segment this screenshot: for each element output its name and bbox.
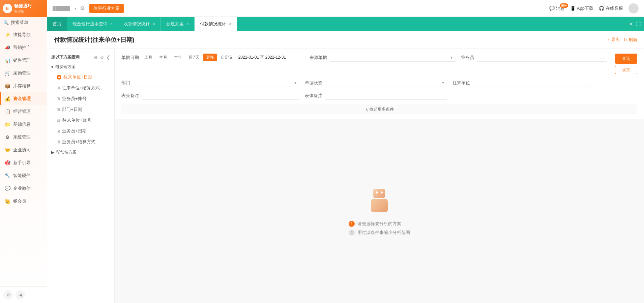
- mobile-group-label: 移动端方案: [56, 149, 77, 155]
- scheme-item-partner-settle[interactable]: ⊞往来单位+结算方式: [47, 83, 114, 93]
- topbar-right: 💬 消息 99+ 📱 App下载 🎧 在线客服: [549, 3, 639, 13]
- filter-note1-item: 表头备注: [121, 92, 299, 100]
- scheme-item-dept-date[interactable]: ⊞部门+日期: [47, 104, 114, 115]
- user-avatar[interactable]: [628, 3, 639, 13]
- date-this-month[interactable]: 本月: [156, 54, 170, 61]
- scheme-label-partner-date: 往来单位+日期: [63, 74, 92, 80]
- salesman-arrow: …: [600, 55, 604, 60]
- source-select[interactable]: ▾: [330, 54, 456, 62]
- partner-label: 往来单位: [452, 80, 470, 86]
- nav-icon-system: ⚙: [4, 134, 10, 140]
- sidebar-nav: ⚡快捷导航📣营销推广📊销售管理🛒采购管理📦库存核算💰资金管理📋经营管理📁基础信息…: [0, 28, 47, 208]
- sidebar-item-weixin[interactable]: 💬企业微信: [0, 182, 47, 195]
- content-split: 按以下方案查询 ⊕ ⚙ ❮ ▾ 电脑端方案 往来单位+日期⊞往来单位+结算方式⊞…: [47, 49, 644, 303]
- sidebar-item-inventory[interactable]: 📦库存核算: [0, 80, 47, 92]
- scheme-item-salesman-account[interactable]: ⊞业务员+账号: [47, 93, 114, 104]
- nav-icon-quick-nav: ⚡: [4, 32, 10, 38]
- sidebar-item-ops[interactable]: 📋经营管理: [0, 105, 47, 118]
- scheme-label-salesman-date: 业务员+日期: [62, 128, 87, 134]
- salesman-select[interactable]: …: [477, 54, 607, 62]
- collapse-more-btn[interactable]: ∧ 收起更多条件: [121, 104, 637, 114]
- scheme-item-salesman-date[interactable]: ⊞业务员+日期: [47, 126, 114, 137]
- nav-icon-marketing: 📣: [4, 44, 10, 51]
- tab-home[interactable]: 首页: [47, 17, 67, 31]
- table-icon: ⊞: [57, 107, 60, 112]
- online-service-btn[interactable]: 🎧 在线客服: [599, 5, 623, 11]
- date-7days[interactable]: 近7天: [186, 54, 202, 61]
- sidebar-header: 6 畅捷通巧 标准版: [0, 0, 47, 17]
- tab-receipts-stat[interactable]: 收款情况统计×: [118, 17, 161, 31]
- pc-scheme-group[interactable]: ▾ 电脑端方案: [47, 62, 114, 72]
- refresh-btn[interactable]: ↻ 刷新: [623, 37, 637, 43]
- mobile-scheme-group[interactable]: ▶ 移动端方案: [47, 147, 114, 157]
- note2-input[interactable]: [325, 92, 447, 100]
- table-icon: ⊞: [57, 140, 60, 144]
- collapse-sidebar-btn[interactable]: ◀: [16, 290, 25, 300]
- dept-select[interactable]: ▾: [133, 79, 299, 87]
- nav-label-capital: 资金管理: [13, 96, 31, 102]
- date-more[interactable]: 更多: [203, 54, 217, 61]
- scheme-settings-btn[interactable]: ⚙: [100, 55, 104, 60]
- hint-num-1: 1: [349, 221, 355, 227]
- nav-label-ops: 经营管理: [13, 109, 31, 115]
- sidebar-item-marketing[interactable]: 📣营销推广: [0, 41, 47, 54]
- nav-label-system: 系统管理: [13, 134, 31, 140]
- query-btn[interactable]: 查询: [615, 54, 637, 64]
- app-download-label: App下载: [577, 5, 593, 11]
- topbar-settings-icon[interactable]: ⚙: [80, 5, 85, 11]
- sidebar-item-quick-nav[interactable]: ⚡快捷导航: [0, 28, 47, 41]
- sidebar-item-hardware[interactable]: 🔧智能硬件: [0, 169, 47, 182]
- filter-note2-item: 表体备注: [305, 92, 447, 100]
- scheme-item-salesman-settle[interactable]: ⊞业务员+结算方式: [47, 137, 114, 147]
- sidebar-item-purchase[interactable]: 🛒采购管理: [0, 67, 47, 80]
- date-this-year[interactable]: 本年: [171, 54, 185, 61]
- note1-input[interactable]: [142, 92, 299, 100]
- date-last-month[interactable]: 上月: [142, 54, 155, 61]
- tab-close-payment-stat[interactable]: ×: [229, 22, 231, 26]
- tab-new-scheme[interactable]: 新建方案×: [161, 17, 195, 31]
- scheme-item-partner-date[interactable]: 往来单位+日期: [47, 72, 114, 83]
- messages-btn[interactable]: 💬 消息 99+: [549, 5, 565, 11]
- robot-icon: [366, 189, 393, 212]
- filter-settings-link[interactable]: 设置: [615, 66, 637, 74]
- expand-tab-btn[interactable]: ⛶: [636, 21, 641, 27]
- tab-label-payment-stat: 付款情况统计: [200, 21, 226, 27]
- nav-label-hardware: 智能硬件: [13, 173, 31, 179]
- scheme-label-dept-date: 部门+日期: [62, 107, 82, 113]
- sidebar-item-system[interactable]: ⚙系统管理: [0, 131, 47, 144]
- table-icon: ⊞: [57, 86, 60, 90]
- page-content: 付款情况统计(往来单位+日期) ↑ 导出 ↻ 刷新 按以下方案查询 ⊕: [47, 31, 644, 303]
- trial-btn[interactable]: 体验行业方案: [89, 4, 124, 13]
- close-tab-btn[interactable]: ✕: [629, 21, 633, 27]
- sidebar-subtitle: 标准版: [14, 9, 32, 14]
- sidebar-item-collab[interactable]: 🤝企业协同: [0, 144, 47, 156]
- hint-text-2: 用过滤条件来缩小分析范围: [357, 230, 410, 236]
- add-scheme-btn[interactable]: ⊕: [94, 55, 98, 60]
- settings-footer-btn[interactable]: ⚙: [3, 290, 13, 300]
- sidebar-item-vip[interactable]: 👑畅会员: [0, 195, 47, 208]
- search-menu-item[interactable]: 🔍 搜索菜单: [0, 17, 47, 28]
- sidebar-item-basic[interactable]: 📁基础信息: [0, 118, 47, 131]
- tab-close-receipts-stat[interactable]: ×: [153, 22, 155, 26]
- scheme-item-partner-account[interactable]: ▦往来单位+账号: [47, 115, 114, 126]
- sidebar-item-sales[interactable]: 📊销售管理: [0, 54, 47, 67]
- date-custom[interactable]: 自定义: [218, 54, 236, 61]
- topbar: ██████ ▾ ⚙ 体验行业方案 💬 消息 99+ 📱 App下载 🎧 在线客…: [47, 0, 644, 17]
- collapse-left-panel-btn[interactable]: ❮: [106, 55, 110, 60]
- topbar-dropdown-arrow[interactable]: ▾: [75, 6, 77, 11]
- search-menu-label: 搜索菜单: [11, 20, 28, 26]
- tab-close-new-scheme[interactable]: ×: [186, 22, 189, 26]
- tab-bank-flow[interactable]: 现金银行流水查询×: [67, 17, 118, 31]
- sidebar-item-guide[interactable]: 🎯新手引导: [0, 156, 47, 169]
- partner-select[interactable]: …: [473, 79, 595, 87]
- tab-close-bank-flow[interactable]: ×: [110, 22, 113, 26]
- sidebar-item-capital[interactable]: 💰资金管理: [0, 92, 47, 105]
- empty-hints: 1 请先选择要分析的方案 2 用过滤条件来缩小分析范围: [349, 221, 410, 236]
- status-select[interactable]: ▾: [325, 79, 447, 87]
- app-download-btn[interactable]: 📱 App下载: [570, 5, 593, 11]
- status-label: 单据状态: [305, 80, 322, 86]
- export-btn[interactable]: ↑ 导出: [608, 37, 620, 43]
- nav-icon-inventory: 📦: [4, 83, 10, 89]
- chevron-down-icon: ▾: [51, 65, 53, 69]
- tab-payment-stat[interactable]: 付款情况统计×: [195, 17, 237, 31]
